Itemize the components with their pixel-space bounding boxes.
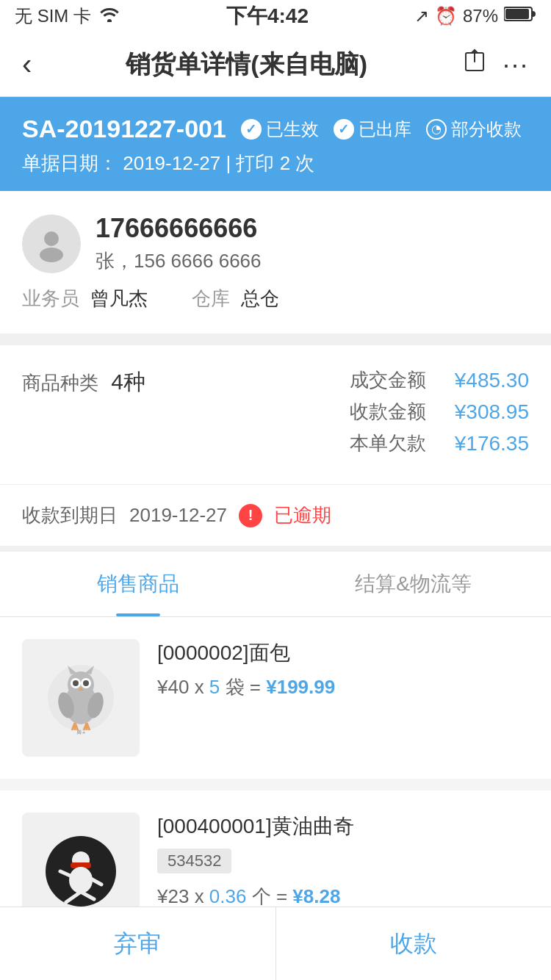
received-value: ¥308.95 bbox=[441, 400, 529, 424]
svg-point-13 bbox=[83, 680, 89, 686]
product-info-2: [000400001]黄油曲奇 534532 ¥23 x 0.36 个 = ¥8… bbox=[157, 813, 529, 909]
product-name-1: [0000002]面包 bbox=[157, 639, 529, 667]
eq-separator-2: = bbox=[276, 885, 292, 907]
bottom-bar: 弃审 收款 bbox=[0, 907, 551, 980]
status-partial: ◔ 部分收款 bbox=[426, 118, 522, 141]
eq-separator-1: = bbox=[250, 676, 266, 698]
summary-section: 商品种类 4种 成交金额 ¥485.30 收款金额 ¥308.95 本单欠款 ¥… bbox=[0, 345, 551, 484]
due-date-label: 收款到期日 bbox=[22, 502, 118, 528]
svg-point-27 bbox=[69, 867, 93, 893]
product-price-1: ¥40 x 5 袋 = ¥199.99 bbox=[157, 674, 529, 700]
battery-icon bbox=[504, 6, 536, 26]
status-shipped: ✓ 已出库 bbox=[334, 118, 411, 141]
divider-1 bbox=[0, 334, 551, 345]
overdue-icon: ! bbox=[239, 504, 262, 527]
customer-section: 17666666666 张，156 6666 6666 业务员 曾凡杰 仓库 总… bbox=[0, 191, 551, 334]
warehouse-value: 总仓 bbox=[241, 287, 279, 309]
print-info: | 打印 2 次 bbox=[226, 152, 314, 174]
svg-rect-1 bbox=[505, 9, 529, 19]
tab-products[interactable]: 销售商品 bbox=[0, 552, 276, 616]
svg-point-4 bbox=[40, 248, 63, 262]
list-item: 兽+ [0000002]面包 ¥40 x 5 袋 = ¥199.99 bbox=[0, 617, 551, 779]
page-title: 销货单详情(来自电脑) bbox=[126, 48, 367, 82]
price-unit-1: ¥40 bbox=[157, 676, 189, 698]
svg-point-3 bbox=[44, 231, 59, 246]
nav-right: ··· bbox=[461, 48, 529, 81]
warehouse-label: 仓库 bbox=[192, 287, 230, 309]
sales-rep-field: 业务员 曾凡杰 bbox=[22, 286, 148, 311]
product-image-1: 兽+ bbox=[22, 639, 140, 757]
total-2: ¥8.28 bbox=[292, 885, 340, 907]
x-separator-1: x bbox=[195, 676, 209, 698]
owed-row: 本单欠款 ¥176.35 bbox=[338, 430, 529, 456]
alarm-icon: ⏰ bbox=[435, 6, 457, 26]
received-label: 收款金额 bbox=[338, 399, 426, 425]
x-separator-2: x bbox=[195, 885, 209, 907]
share-icon[interactable] bbox=[461, 48, 488, 81]
order-id: SA-20191227-001 bbox=[22, 115, 226, 143]
price-unit-2: ¥23 bbox=[157, 885, 189, 907]
product-name-2: [000400001]黄油曲奇 bbox=[157, 813, 529, 840]
unit-2: 个 bbox=[252, 885, 271, 907]
amounts: 成交金额 ¥485.30 收款金额 ¥308.95 本单欠款 ¥176.35 bbox=[338, 367, 529, 462]
customer-name: 张，156 6666 6666 bbox=[96, 248, 262, 274]
check-effective-icon: ✓ bbox=[241, 119, 262, 140]
amount-row: 成交金额 ¥485.30 bbox=[338, 367, 529, 393]
status-right: ↗ ⏰ 87% bbox=[414, 6, 536, 26]
check-shipped-icon: ✓ bbox=[334, 119, 354, 140]
svg-point-12 bbox=[73, 680, 79, 686]
tabs: 销售商品 结算&物流等 bbox=[0, 546, 551, 617]
amount-label: 成交金额 bbox=[338, 367, 426, 393]
sim-indicator: 无 SIM 卡 bbox=[15, 4, 91, 28]
avatar bbox=[22, 215, 81, 273]
category-value: 4种 bbox=[111, 370, 145, 394]
category-field: 商品种类 4种 bbox=[22, 367, 145, 397]
wifi-icon bbox=[98, 6, 120, 26]
svg-text:兽+: 兽+ bbox=[76, 729, 86, 735]
product-batch-2: 534532 bbox=[157, 849, 231, 873]
confirm-button[interactable]: 收款 bbox=[276, 907, 552, 980]
due-date-section: 收款到期日 2019-12-27 ! 已逾期 bbox=[0, 484, 551, 546]
warehouse-field: 仓库 总仓 bbox=[192, 286, 279, 311]
received-row: 收款金额 ¥308.95 bbox=[338, 399, 529, 425]
sales-rep-value: 曾凡杰 bbox=[90, 287, 148, 309]
date-label: 单据日期： bbox=[22, 152, 118, 174]
total-1: ¥199.99 bbox=[266, 676, 335, 698]
nav-left: ‹ bbox=[22, 48, 32, 81]
owed-label: 本单欠款 bbox=[338, 430, 426, 456]
status-time: 下午4:42 bbox=[226, 2, 309, 30]
sales-rep-label: 业务员 bbox=[22, 287, 79, 309]
status-effective: ✓ 已生效 bbox=[241, 118, 319, 141]
tab-settlement[interactable]: 结算&物流等 bbox=[276, 552, 551, 616]
overdue-text: 已逾期 bbox=[274, 502, 331, 528]
nav-bar: ‹ 销货单详情(来自电脑) ··· bbox=[0, 32, 551, 97]
order-date-row: 单据日期： 2019-12-27 | 打印 2 次 bbox=[22, 151, 529, 176]
product-info-1: [0000002]面包 ¥40 x 5 袋 = ¥199.99 bbox=[157, 639, 529, 700]
order-banner: SA-20191227-001 ✓ 已生效 ✓ 已出库 ◔ 部分收款 单据日期：… bbox=[0, 97, 551, 191]
amount-value: ¥485.30 bbox=[441, 369, 529, 392]
back-button[interactable]: ‹ bbox=[22, 48, 32, 81]
customer-phone: 17666666666 bbox=[96, 213, 262, 244]
battery-level: 87% bbox=[463, 6, 498, 26]
more-icon[interactable]: ··· bbox=[503, 49, 529, 80]
status-bar: 无 SIM 卡 下午4:42 ↗ ⏰ 87% bbox=[0, 0, 551, 32]
status-left: 无 SIM 卡 bbox=[15, 4, 120, 28]
unit-1: 袋 bbox=[226, 676, 245, 698]
clock-icon: ◔ bbox=[426, 119, 447, 140]
product-price-2: ¥23 x 0.36 个 = ¥8.28 bbox=[157, 884, 529, 909]
qty-1: 5 bbox=[209, 676, 220, 698]
cancel-button[interactable]: 弃审 bbox=[0, 907, 276, 980]
order-date: 2019-12-27 bbox=[123, 152, 220, 174]
category-label: 商品种类 bbox=[22, 372, 98, 394]
owed-value: ¥176.35 bbox=[441, 432, 529, 455]
location-icon: ↗ bbox=[414, 6, 429, 26]
qty-2: 0.36 bbox=[209, 885, 247, 907]
due-date-value: 2019-12-27 bbox=[129, 504, 227, 527]
